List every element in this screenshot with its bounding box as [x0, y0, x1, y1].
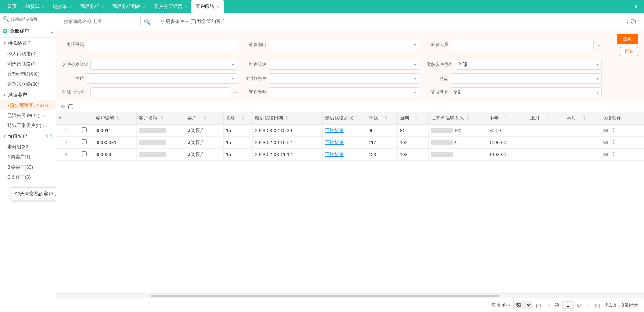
nav-tab-salesorder[interactable]: 销货单 ×: [21, 0, 48, 13]
nav-home[interactable]: 首页: [3, 0, 21, 13]
td-last-date-1: 2023-03-02 10:30:: [253, 125, 323, 137]
zero-cust-select[interactable]: 全部 ▼: [451, 87, 602, 97]
person-more-btn[interactable]: ···: [597, 42, 602, 48]
th-code[interactable]: 客户编码 ⇅: [93, 112, 137, 125]
sidebar-collapse-btn[interactable]: «: [50, 28, 53, 34]
td-checkbox-2[interactable]: [76, 137, 93, 149]
sidebar-item-b-class[interactable]: B类客户(33): [0, 162, 56, 172]
nav-tab-customercontact-close[interactable]: ×: [217, 4, 219, 9]
last-page-btn[interactable]: ▷|: [594, 302, 601, 309]
per-page-select[interactable]: 50 20 100: [513, 301, 532, 309]
row3-checkbox[interactable]: [82, 151, 87, 156]
row2-checkbox[interactable]: [82, 139, 87, 144]
th-company-contact[interactable]: 往来单位联系人 ⇅: [429, 112, 487, 125]
zero-attr-select[interactable]: 全部 ▼: [455, 60, 602, 70]
payment-select[interactable]: ▼: [269, 73, 420, 84]
contact-icon-1[interactable]: ☎: [603, 127, 609, 133]
nav-tab-productlist-close[interactable]: ×: [143, 4, 145, 9]
nav-tab-productlist[interactable]: 商品分析列表 ×: [108, 0, 149, 13]
th-last-month[interactable]: 上月... ⇅: [528, 112, 564, 125]
contact-icon-3[interactable]: ☎: [603, 151, 609, 157]
region-more-btn[interactable]: ···: [233, 89, 237, 95]
refresh-icon[interactable]: ↻: [44, 134, 48, 139]
th-type[interactable]: 客户... ⇅: [185, 112, 224, 125]
th-this-month[interactable]: 本月... ⇅: [564, 112, 600, 125]
td-checkbox-3[interactable]: [76, 149, 93, 161]
sidebar-item-declining[interactable]: 持续下滑客户(2) ⓘ: [0, 121, 56, 131]
settings-btn[interactable]: 设置: [620, 47, 638, 56]
phone-input[interactable]: [86, 40, 237, 50]
next-page-btn[interactable]: ▷: [584, 302, 591, 309]
td-index-1: 1: [56, 125, 76, 137]
nature-select[interactable]: ▼: [86, 73, 237, 84]
th-this-year[interactable]: 本年... ⇅: [487, 112, 528, 125]
th-uncontact[interactable]: 未联... ⇅: [366, 112, 397, 125]
th-overdue[interactable]: 逾期... ⇅: [397, 112, 428, 125]
region-select[interactable]: [90, 87, 229, 97]
sidebar-group-risk[interactable]: ▼ 风险客户: [0, 89, 56, 100]
nav-tab-customerlayer[interactable]: 客户分层经营 ×: [150, 0, 191, 13]
query-btn[interactable]: 查询: [617, 34, 638, 44]
dept-select[interactable]: ▼: [269, 40, 420, 50]
filter-search-btn[interactable]: 🔍: [144, 18, 151, 25]
sidebar-item-ungroup-label: 未分组(32): [7, 143, 30, 150]
more-conditions-btn[interactable]: ▽ 更多条件 ▾: [161, 18, 188, 25]
person-select[interactable]: [451, 40, 594, 50]
sidebar-item-overdue[interactable]: 逾期未联络(30): [0, 79, 56, 89]
sidebar-item-ungroup[interactable]: 未分组(32): [0, 142, 56, 152]
sidebar-search-input[interactable]: [11, 16, 56, 21]
th-contact-count[interactable]: 联络... ⇅: [224, 112, 253, 125]
cust-type-select[interactable]: ▼: [269, 87, 420, 97]
td-checkbox-1[interactable]: [76, 125, 93, 137]
th-last-way[interactable]: 最后联络方式 ⇅: [322, 112, 366, 125]
th-name[interactable]: 客户名称 ⇅: [137, 112, 185, 125]
table-settings-icon[interactable]: ⚙: [61, 104, 65, 109]
nav-home-label: 首页: [7, 3, 17, 10]
blurred-name-2: ████████: [139, 140, 166, 145]
nav-tab-purchaseorder-close[interactable]: ×: [69, 4, 71, 9]
status-select[interactable]: ▼: [451, 73, 602, 84]
scrollbar-thumb[interactable]: [151, 295, 499, 297]
sidebar-item-today[interactable]: 今天待联络(0): [0, 49, 56, 59]
export-btn[interactable]: ↑ 导出: [627, 18, 640, 25]
nav-tab-salesorder-close[interactable]: ×: [42, 4, 44, 9]
adv-filter-row2: 客户价格等级 ▼ 客户等级 ▼ 零散客户属性 全部: [62, 60, 638, 70]
sidebar-item-c-class[interactable]: C类客户(6): [0, 172, 56, 182]
prev-page-btn[interactable]: ◁: [545, 302, 552, 309]
filter-search-input[interactable]: [61, 16, 141, 27]
price-level-select[interactable]: ▼: [90, 60, 237, 70]
more-action-icon-3[interactable]: ⠿: [611, 151, 615, 157]
th-last-date[interactable]: 最后联络日期 ⇅: [253, 112, 323, 125]
first-page-btn[interactable]: |◁: [535, 302, 542, 309]
sidebar-all-customers[interactable]: ⊞ 全部客户 «: [0, 25, 56, 38]
contact-icon-2[interactable]: ☎: [603, 139, 609, 145]
nav-tab-customercontact[interactable]: 客户联络 ×: [191, 0, 223, 13]
nav-tab-productanalysis-close[interactable]: ×: [101, 4, 104, 9]
more-action-icon-2[interactable]: ⠿: [611, 139, 615, 145]
last-way-link-1[interactable]: 下销货单: [325, 127, 344, 133]
row1-checkbox[interactable]: [82, 127, 87, 132]
page-suffix: 页: [577, 302, 581, 308]
more-action-icon-1[interactable]: ⠿: [611, 127, 615, 133]
last-way-link-3[interactable]: 下销货单: [325, 151, 344, 157]
table-select-all-checkbox[interactable]: [68, 104, 73, 109]
sidebar-item-churned[interactable]: 已流失客户(24) ⓘ: [0, 110, 56, 121]
td-company-3: ████: [429, 149, 487, 161]
sidebar-group-pending[interactable]: ▼ 待联络客户: [0, 38, 56, 49]
my-customers-checkbox[interactable]: [191, 19, 196, 24]
cust-level-select[interactable]: ▼: [269, 60, 420, 70]
sidebar-group-value[interactable]: ▼ 价值客户 ↻ ✎: [0, 131, 56, 142]
nav-tab-purchaseorder[interactable]: 进货单 ×: [48, 0, 76, 13]
horizontal-scrollbar[interactable]: [56, 293, 644, 298]
edit-icon[interactable]: ✎: [49, 134, 53, 139]
nav-tab-customerlayer-close[interactable]: ×: [185, 4, 187, 9]
page-input[interactable]: [562, 301, 574, 309]
sidebar-item-tomorrow[interactable]: 明天待联络(1): [0, 59, 56, 69]
my-customers-checkbox-area: 我分管的客户: [191, 18, 225, 25]
sidebar-item-churn-warning[interactable]: ● 流失预警客户(3) ⓘ: [0, 100, 56, 110]
window-close-btn[interactable]: ✕: [631, 3, 641, 10]
sidebar-item-7days[interactable]: 近7天待联络(0): [0, 69, 56, 79]
last-way-link-2[interactable]: 下销货单: [325, 139, 344, 145]
nav-tab-productanalysis[interactable]: 商品分析 ×: [76, 0, 108, 13]
sidebar-item-a-class[interactable]: A类客户(1): [0, 152, 56, 162]
